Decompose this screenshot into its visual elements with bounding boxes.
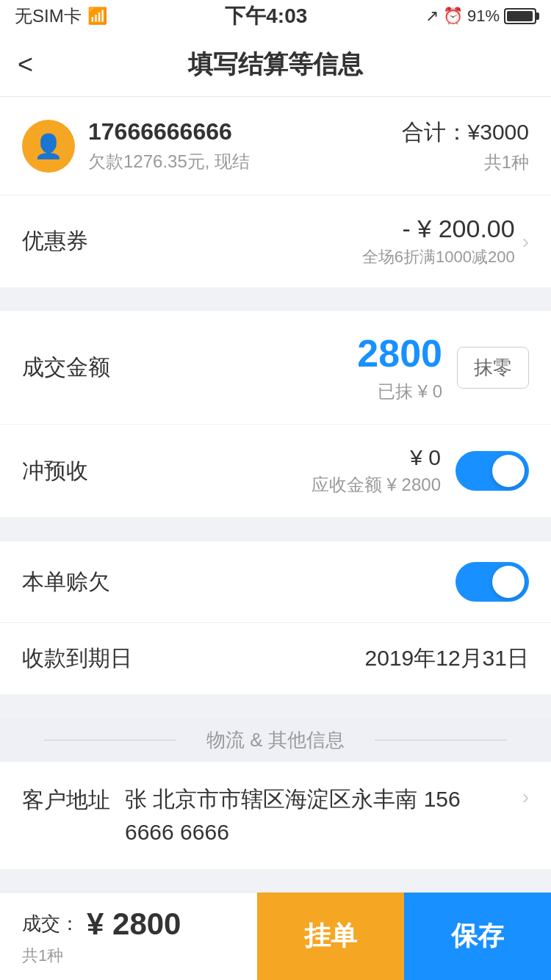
round-button[interactable]: 抹零 (457, 347, 529, 389)
location-icon: ↗ (425, 7, 439, 26)
address-chevron-icon: › (522, 785, 529, 809)
coupon-chevron-icon: › (522, 230, 529, 253)
status-left: 无SIM卡 📶 (15, 4, 107, 28)
bendan-right (455, 562, 529, 602)
status-time: 下午4:03 (225, 2, 307, 30)
deal-amount-sub: 已抹 ¥ 0 (357, 380, 442, 403)
user-details: 17666666666 欠款1276.35元, 现结 (88, 118, 250, 173)
bendan-card: 本单赊欠 收款到期日 2019年12月31日 (0, 541, 551, 694)
status-right: ↗ ⏰ 91% (425, 7, 536, 26)
footer: 成交： ¥ 2800 共1种 挂单 保存 (0, 892, 551, 980)
deal-amount-value: 2800 (357, 331, 442, 375)
logistics-label: 物流 & 其他信息 (192, 727, 359, 753)
chongyu-row: 冲预收 ¥ 0 应收金额 ¥ 2800 (0, 425, 551, 518)
total-amount: 合计：¥3000 (402, 118, 529, 148)
coupon-right: - ¥ 200.00 全场6折满1000减200 › (362, 215, 529, 268)
footer-info: 成交： ¥ 2800 共1种 (0, 907, 257, 967)
page-title: 填写结算等信息 (188, 48, 363, 82)
due-date-label: 收款到期日 (22, 644, 132, 674)
address-row[interactable]: 客户地址 张 北京市市辖区海淀区永丰南 156 6666 6666 › (0, 762, 551, 869)
user-debt: 欠款1276.35元, 现结 (88, 150, 250, 173)
battery-percent: 91% (467, 7, 500, 26)
separator-1 (0, 299, 551, 311)
footer-deal-label: 成交： (22, 911, 79, 937)
bendan-toggle-knob (492, 566, 525, 598)
address-card: 客户地址 张 北京市市辖区海淀区永丰南 156 6666 6666 › (0, 762, 551, 869)
due-date-row: 收款到期日 2019年12月31日 (0, 623, 551, 694)
chongyu-label: 冲预收 (22, 456, 88, 486)
deal-amount-card: 成交金额 2800 已抹 ¥ 0 抹零 冲预收 ¥ 0 应收金额 ¥ 2800 (0, 311, 551, 518)
coupon-label: 优惠券 (22, 226, 88, 256)
deal-amount-row: 成交金额 2800 已抹 ¥ 0 抹零 (0, 311, 551, 425)
total-count: 共1种 (402, 151, 529, 174)
status-bar: 无SIM卡 📶 下午4:03 ↗ ⏰ 91% (0, 0, 551, 32)
chongyu-right-container: ¥ 0 应收金额 ¥ 2800 (311, 445, 529, 497)
footer-count: 共1种 (22, 945, 235, 967)
carrier-text: 无SIM卡 (15, 4, 82, 28)
user-info-row: 👤 17666666666 欠款1276.35元, 现结 合计：¥3000 共1… (0, 97, 551, 195)
battery-icon (504, 8, 536, 24)
toggle-knob (492, 455, 525, 487)
chongyu-sub: 应收金额 ¥ 2800 (311, 473, 441, 497)
chongyu-toggle[interactable] (455, 451, 529, 491)
bendan-row: 本单赊欠 (0, 541, 551, 623)
address-label: 客户地址 (22, 785, 110, 815)
user-right: 合计：¥3000 共1种 (402, 118, 529, 174)
user-info-card: 👤 17666666666 欠款1276.35元, 现结 合计：¥3000 共1… (0, 97, 551, 287)
separator-3 (0, 706, 551, 718)
back-button[interactable]: < (18, 49, 33, 80)
chongyu-right: ¥ 0 应收金额 ¥ 2800 (311, 445, 441, 497)
save-button[interactable]: 保存 (404, 893, 551, 981)
deal-amount-label: 成交金额 (22, 353, 110, 383)
avatar-icon: 👤 (34, 132, 63, 160)
coupon-desc: 全场6折满1000减200 (362, 246, 515, 268)
footer-deal: 成交： ¥ 2800 (22, 907, 235, 942)
chongyu-amount: ¥ 0 (311, 445, 441, 470)
coupon-row[interactable]: 优惠券 - ¥ 200.00 全场6折满1000减200 › (0, 195, 551, 287)
separator-2 (0, 530, 551, 541)
footer-deal-amount: ¥ 2800 (87, 907, 181, 942)
header: < 填写结算等信息 (0, 32, 551, 97)
address-content: 张 北京市市辖区海淀区永丰南 156 6666 6666 (125, 782, 508, 849)
deal-amount-right: 2800 已抹 ¥ 0 抹零 (357, 331, 529, 403)
user-phone: 17666666666 (88, 118, 250, 145)
logistics-section-divider: 物流 & 其他信息 (0, 718, 551, 762)
coupon-amount: - ¥ 200.00 (362, 215, 515, 243)
bendan-label: 本单赊欠 (22, 567, 110, 597)
bendan-toggle[interactable] (455, 562, 529, 602)
user-left: 👤 17666666666 欠款1276.35元, 现结 (22, 118, 250, 173)
alarm-icon: ⏰ (443, 7, 463, 26)
avatar: 👤 (22, 120, 75, 173)
wifi-icon: 📶 (87, 7, 107, 26)
due-date-value: 2019年12月31日 (365, 644, 529, 674)
pending-button[interactable]: 挂单 (257, 893, 404, 981)
